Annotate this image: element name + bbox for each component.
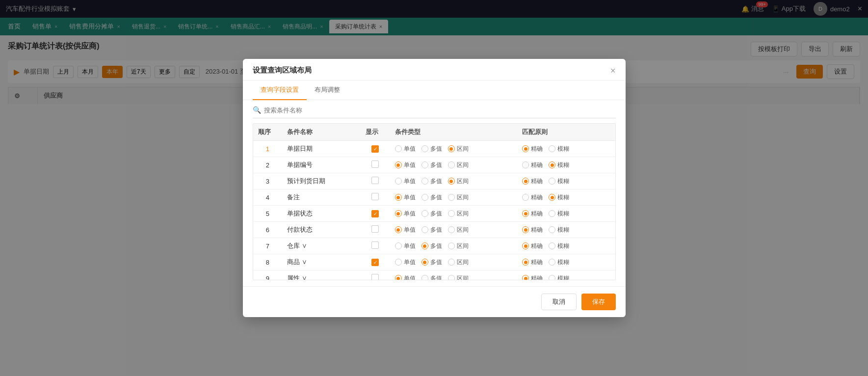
cell-order: 3	[253, 173, 283, 189]
type-single-radio[interactable]: 单值	[395, 210, 416, 218]
search-input[interactable]	[264, 107, 362, 114]
type-multi-radio[interactable]: 多值	[421, 193, 442, 202]
save-button[interactable]: 保存	[581, 294, 616, 310]
type-single-radio[interactable]: 单值	[395, 193, 416, 202]
match-precise-radio[interactable]: 精确	[522, 210, 543, 218]
type-range-label: 区间	[457, 145, 469, 153]
type-multi-radio[interactable]: 多值	[421, 242, 442, 250]
type-multi-radio[interactable]: 多值	[421, 161, 442, 169]
match-fuzzy-radio[interactable]: 模糊	[549, 226, 569, 234]
match-precise-radio[interactable]: 精确	[522, 226, 543, 234]
cell-display[interactable]	[361, 254, 390, 270]
search-bar: 🔍	[253, 106, 616, 118]
match-precise-radio[interactable]: 精确	[522, 161, 543, 169]
type-range-radio[interactable]: 区间	[448, 177, 469, 186]
match-fuzzy-radio[interactable]: 模糊	[549, 177, 569, 186]
cell-display[interactable]	[361, 189, 390, 206]
cell-match: 精确 模糊	[517, 173, 615, 189]
cell-name: 付款状态	[282, 222, 360, 238]
match-precise-radio[interactable]: 精确	[522, 274, 543, 281]
match-fuzzy-radio[interactable]: 模糊	[549, 210, 569, 218]
cell-match: 精确 模糊	[517, 270, 615, 281]
cell-display[interactable]	[361, 157, 390, 173]
match-fuzzy-radio[interactable]: 模糊	[549, 274, 569, 281]
display-checkbox[interactable]	[371, 145, 379, 153]
type-range-radio[interactable]: 区间	[448, 274, 469, 281]
table-row: 8 商品 ∨ 单值 多值 区间	[253, 254, 615, 270]
cell-display[interactable]	[361, 222, 390, 238]
dialog-header: 设置查询区域布局 ×	[243, 59, 626, 81]
match-fuzzy-radio[interactable]: 模糊	[549, 193, 569, 202]
display-checkbox[interactable]	[371, 177, 379, 184]
type-single-radio[interactable]: 单值	[395, 177, 416, 186]
match-precise-radio[interactable]: 精确	[522, 177, 543, 186]
match-precise-radio[interactable]: 精确	[522, 258, 543, 267]
match-fuzzy-radio[interactable]: 模糊	[549, 258, 569, 267]
type-multi-radio[interactable]: 多值	[421, 226, 442, 234]
cell-order: 4	[253, 189, 283, 206]
match-fuzzy-radio[interactable]: 模糊	[549, 161, 569, 169]
display-checkbox[interactable]	[371, 242, 379, 249]
cancel-button[interactable]: 取消	[541, 294, 577, 310]
cell-order: 2	[253, 157, 283, 173]
type-single-radio[interactable]: 单值	[395, 242, 416, 250]
match-precise-radio[interactable]: 精确	[522, 242, 543, 250]
type-multi-radio[interactable]: 多值	[421, 145, 442, 153]
cell-order: 5	[253, 206, 283, 222]
match-precise-radio-circle	[522, 194, 529, 201]
type-multi-label: 多值	[430, 161, 442, 169]
type-multi-radio[interactable]: 多值	[421, 210, 442, 218]
type-single-label: 单值	[404, 242, 416, 250]
type-range-radio-circle	[448, 145, 455, 152]
display-checkbox[interactable]	[371, 161, 379, 168]
type-multi-radio[interactable]: 多值	[421, 177, 442, 186]
cell-display[interactable]	[361, 238, 390, 254]
type-multi-radio-circle	[421, 275, 428, 280]
type-multi-radio-circle	[421, 194, 428, 201]
type-range-radio-circle	[448, 161, 455, 168]
dialog-footer: 取消 保存	[243, 286, 626, 317]
type-single-radio[interactable]: 单值	[395, 258, 416, 267]
tab-layout-adjust[interactable]: 布局调整	[307, 81, 348, 100]
type-multi-radio[interactable]: 多值	[421, 258, 442, 267]
type-range-radio[interactable]: 区间	[448, 210, 469, 218]
type-range-radio[interactable]: 区间	[448, 145, 469, 153]
dialog-close-button[interactable]: ×	[610, 66, 616, 75]
match-precise-radio[interactable]: 精确	[522, 145, 543, 153]
dialog-overlay: 设置查询区域布局 × 查询字段设置 布局调整 🔍	[0, 0, 868, 376]
match-precise-radio-circle	[522, 145, 529, 152]
tab-layout-adjust-label: 布局调整	[315, 86, 340, 93]
type-single-radio[interactable]: 单值	[395, 226, 416, 234]
type-range-radio[interactable]: 区间	[448, 226, 469, 234]
type-range-radio[interactable]: 区间	[448, 161, 469, 169]
display-checkbox[interactable]	[371, 225, 379, 233]
cell-order: 7	[253, 238, 283, 254]
display-checkbox[interactable]	[371, 259, 379, 266]
cell-display[interactable]	[361, 206, 390, 222]
type-range-label: 区间	[457, 210, 469, 218]
type-range-radio[interactable]: 区间	[448, 258, 469, 267]
type-multi-radio[interactable]: 多值	[421, 274, 442, 281]
th-condition-name: 条件名称	[282, 124, 360, 141]
type-single-radio[interactable]: 单值	[395, 274, 416, 281]
type-range-radio[interactable]: 区间	[448, 193, 469, 202]
cell-display[interactable]	[361, 173, 390, 189]
match-fuzzy-radio[interactable]: 模糊	[549, 145, 569, 153]
match-precise-label: 精确	[531, 274, 543, 281]
tab-field-settings[interactable]: 查询字段设置	[253, 81, 307, 100]
cell-display[interactable]	[361, 141, 390, 157]
cell-display[interactable]	[361, 270, 390, 281]
type-range-radio[interactable]: 区间	[448, 242, 469, 250]
cell-match: 精确 模糊	[517, 222, 615, 238]
type-single-radio-circle	[395, 161, 402, 168]
type-single-radio[interactable]: 单值	[395, 161, 416, 169]
display-checkbox[interactable]	[371, 193, 379, 200]
match-precise-radio[interactable]: 精确	[522, 193, 543, 202]
th-display: 显示	[361, 124, 390, 141]
type-single-radio[interactable]: 单值	[395, 145, 416, 153]
match-precise-radio-circle	[522, 275, 529, 280]
match-precise-label: 精确	[531, 242, 543, 250]
display-checkbox[interactable]	[371, 274, 379, 280]
display-checkbox[interactable]	[371, 210, 379, 217]
match-fuzzy-radio[interactable]: 模糊	[549, 242, 569, 250]
